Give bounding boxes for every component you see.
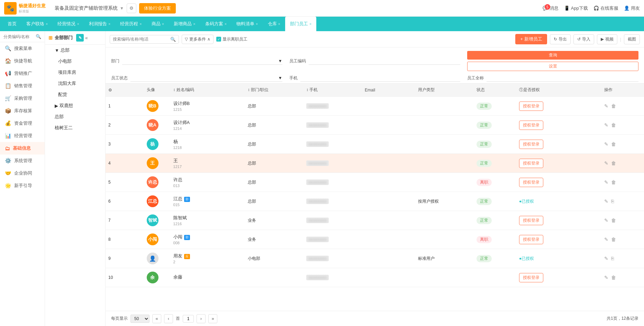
reset-button[interactable]: 设置 [467,62,638,71]
sidebar-item-system[interactable]: ⚙️ 系统管理 [0,155,45,167]
dept-edit-button[interactable]: ✎ [76,34,84,42]
add-employee-button[interactable]: + 新增员工 [515,34,547,44]
title-dropdown-arrow[interactable]: ▼ [120,6,124,11]
auth-button[interactable]: 授权登录 [519,121,543,130]
more-filter-button[interactable]: ▽ 更多条件 ∧ [182,35,214,44]
edit-icon[interactable]: ✎ [604,122,608,128]
col-name[interactable]: ↕ 姓名/编码 [171,83,245,97]
sidebar-item-collab[interactable]: 🤝 企业协同 [0,167,45,179]
import-button[interactable]: ↺ 导入 [573,34,594,44]
emp-name-filter-input[interactable] [487,74,638,82]
page-size-select[interactable]: 50 10 20 100 [130,315,149,323]
query-button[interactable]: 查询 [467,51,638,60]
sidebar-item-purchase[interactable]: 🛒 采购管理 [0,92,45,105]
sidebar-item-sales[interactable]: 📋 销售管理 [0,80,45,92]
dept-item-zongbu[interactable]: 总部 [45,111,105,122]
auth-button[interactable]: 授权登录 [519,102,543,111]
search-icon[interactable]: 🔍 [170,37,176,42]
tab-barcode[interactable]: 条码方案× [200,17,232,31]
dept-item-headquarter[interactable]: ▼ 总部 [45,45,105,56]
tab-history[interactable]: 经营历程× [115,17,146,31]
export-button[interactable]: ↻ 导出 [550,34,571,44]
auth-button[interactable]: 授权登录 [519,140,543,149]
prev-page-button[interactable]: ‹ [164,314,173,323]
dept-item-zhishu[interactable]: 植树王二 [45,122,105,133]
delete-icon[interactable]: 🗑 [611,122,616,128]
tab-dept-staff-close[interactable]: × [309,22,311,26]
tab-profit[interactable]: 利润报告× [84,17,115,31]
delete-icon[interactable]: 🗑 [611,141,616,147]
tab-customer-close[interactable]: × [46,22,48,26]
copy-icon[interactable]: ⎘ [611,256,614,261]
sidebar-item-quicknav[interactable]: 🏠 快捷导航 [0,55,45,67]
col-dept[interactable]: ↕ 部门/职位 [245,83,303,97]
status-filter-select[interactable]: ▼ [130,74,282,82]
tab-new-goods[interactable]: 新增商品× [169,17,200,31]
tab-warehouse-close[interactable]: × [278,22,280,26]
tab-operation-close[interactable]: × [77,22,79,26]
sidebar-search-input[interactable] [3,34,34,39]
edit-icon[interactable]: ✎ [604,199,608,204]
auth-button[interactable]: 授权登录 [519,216,543,225]
delete-icon[interactable]: 🗑 [611,103,616,109]
sidebar-item-guide[interactable]: 🌟 新手引导 [0,179,45,192]
dept-item-project-warehouse[interactable]: 项目库房 [45,67,105,78]
col-settings[interactable]: ⚙ [106,83,125,97]
sidebar-item-basicinfo[interactable]: 🗂 基础信息 [0,142,45,155]
dept-collapse-button[interactable]: « [85,35,88,41]
tab-history-close[interactable]: × [139,22,142,26]
dept-filter-select[interactable]: ▼ [122,58,282,65]
delete-icon[interactable]: 🗑 [611,237,616,242]
message-button[interactable]: 💬 5 消息 [543,5,559,11]
app-download-button[interactable]: 📱 App下载 [564,5,588,11]
edit-icon[interactable]: ✎ [604,237,608,242]
online-service-button[interactable]: 🎧 在线客服 [593,5,618,11]
screenshot-button[interactable]: 截图 [624,34,640,44]
auth-button[interactable]: 授权登录 [519,178,543,187]
view-button[interactable]: ▶ 视频 [597,34,617,44]
edit-icon[interactable]: ✎ [604,179,608,185]
page-number-input[interactable] [183,315,194,323]
user-area[interactable]: 👤 用友 [624,5,640,11]
sidebar-item-operations[interactable]: 📊 经营管理 [0,130,45,142]
tab-home[interactable]: 首页 [3,17,21,31]
tab-goods-close[interactable]: × [162,22,164,26]
tab-goods[interactable]: 商品× [147,17,169,31]
edit-icon[interactable]: ✎ [604,218,608,223]
tab-bom[interactable]: 物料清单× [232,17,263,31]
tab-profit-close[interactable]: × [108,22,110,26]
sidebar-item-marketing[interactable]: 📢 营销推广 [0,67,45,80]
emp-code-filter-input[interactable] [309,58,461,65]
first-page-button[interactable]: « [152,314,161,323]
tab-warehouse[interactable]: 仓库× [263,17,285,31]
auth-button[interactable]: 授权登录 [519,273,543,282]
tab-barcode-close[interactable]: × [225,22,227,26]
show-resigned-area[interactable]: ✓ 显示离职员工 [216,36,247,42]
copy-icon[interactable]: ⎘ [611,199,614,204]
edit-icon[interactable]: ✎ [604,141,608,147]
dept-item-small-elec[interactable]: 小电部 [45,56,105,67]
tab-dept-staff[interactable]: 部门员工× [285,17,316,31]
edit-icon[interactable]: ✎ [604,103,608,109]
auth-button[interactable]: 授权登录 [519,159,543,168]
delete-icon[interactable]: 🗑 [611,275,616,280]
tab-new-goods-close[interactable]: × [193,22,195,26]
tab-bom-close[interactable]: × [256,22,258,26]
sidebar-item-inventory[interactable]: 📦 库存核算 [0,105,45,117]
sidebar-item-search[interactable]: 🔍 搜索菜单 [0,42,45,55]
settings-button[interactable]: ⚙ [127,3,136,13]
dept-item-shuanglu[interactable]: ▶ 双鹿想 [45,100,105,111]
tab-customer[interactable]: 客户联络× [21,17,53,31]
sidebar-search-icon[interactable]: 🔍 [36,34,41,39]
show-resigned-checkbox[interactable]: ✓ [216,37,221,42]
last-page-button[interactable]: » [208,314,217,323]
edit-icon[interactable]: ✎ [604,256,608,261]
dept-item-distribution[interactable]: 配货 [45,89,105,100]
sidebar-item-finance[interactable]: 💰 资金管理 [0,117,45,130]
next-page-button[interactable]: › [197,314,206,323]
tab-operation[interactable]: 经营情况× [53,17,84,31]
auth-button[interactable]: 授权登录 [519,235,543,244]
delete-icon[interactable]: 🗑 [611,179,616,185]
search-input[interactable] [113,37,168,42]
edit-icon[interactable]: ✎ [604,160,608,166]
